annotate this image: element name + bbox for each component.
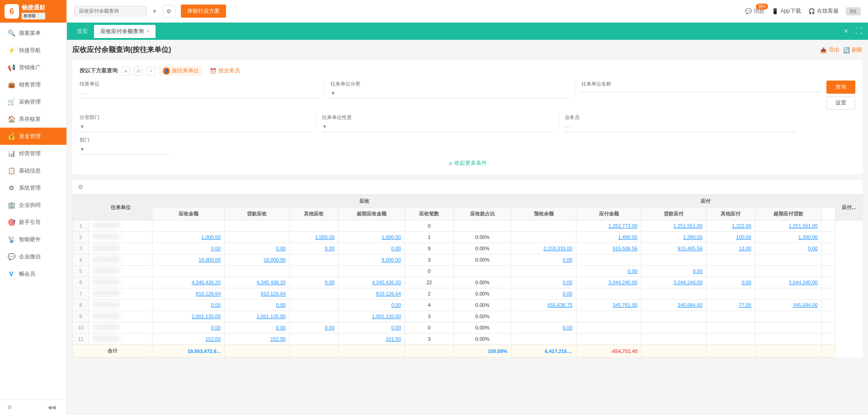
cell-receivable-count[interactable]: 0 [405, 220, 453, 232]
cell-overdue-receivable[interactable]: 1,001,135.00 [338, 311, 405, 322]
settings-button[interactable]: 设置 [826, 96, 855, 110]
cell-receivable-ratio[interactable]: 0.00% [453, 334, 511, 345]
refresh-button[interactable]: 🔄 刷新 [843, 46, 863, 54]
footer-payable-amount[interactable]: -654,751.40 [576, 345, 642, 358]
cell-receivable-ratio[interactable]: 0.00% [453, 243, 511, 254]
cell-other-receivable[interactable]: 1,000.00 [289, 232, 338, 243]
online-service-button[interactable]: 🎧 在线客服 [808, 7, 839, 15]
cell-receivable-ratio[interactable]: 0.00% [453, 254, 511, 266]
sidebar-item-member[interactable]: V 畅会员 [0, 265, 66, 282]
filter-add-button[interactable]: + [121, 67, 130, 76]
cell-receivable-ratio[interactable]: 0.00% [453, 232, 511, 243]
cell-receivable-ratio[interactable]: 0.00% [453, 322, 511, 334]
cell-receivable-count[interactable]: 4 [405, 300, 453, 311]
sidebar-item-system[interactable]: ⚙ 系统管理 [0, 179, 66, 196]
sidebar-settings-icon[interactable]: ⚙ [7, 404, 12, 410]
scheme-by-partner[interactable]: 👤 按往来单位 [159, 66, 203, 76]
query-button[interactable]: 查询 [826, 81, 855, 94]
cell-other-payable[interactable]: 100.00 [706, 232, 755, 243]
scheme-by-salesperson[interactable]: ⏰ 按业务员 [206, 66, 244, 76]
cell-loan-payable[interactable]: 1,251,551.00 [642, 220, 707, 232]
collapse-more-button[interactable]: ∧ 收起更多条件 [445, 157, 491, 169]
cell-loan-receivable[interactable]: 0.00 [225, 322, 290, 334]
cell-receivable-amount[interactable]: 0.00 [152, 322, 225, 334]
cell-prepay-balance[interactable]: 655,636.75 [511, 300, 576, 311]
cell-overdue-payable[interactable]: 1,390.00 [755, 232, 821, 243]
cell-prepay-balance[interactable]: 2,153,333.00 [511, 243, 576, 254]
salesperson-input[interactable]: ··· [565, 122, 796, 132]
topbar-settings-button[interactable]: ⚙ [163, 5, 175, 18]
topbar-chevron-icon[interactable]: ▼ [152, 8, 157, 14]
user-profile[interactable]: Rit [846, 7, 861, 15]
sidebar-item-wechat[interactable]: 💬 企业微信 [0, 248, 66, 265]
tab-close-icon[interactable]: × [146, 29, 149, 34]
cell-loan-receivable[interactable]: 152.00 [225, 334, 290, 345]
cell-loan-receivable[interactable]: 810,126.64 [225, 288, 290, 300]
cell-loan-receivable[interactable]: 0.00 [225, 300, 290, 311]
cell-prepay-balance[interactable]: 0.00 [511, 254, 576, 266]
cell-other-payable[interactable]: 0.00 [706, 277, 755, 288]
sidebar-item-search-menu[interactable]: 🔍 搜索菜单 [0, 24, 66, 42]
cell-overdue-receivable[interactable]: 1,000.00 [338, 232, 405, 243]
cell-overdue-receivable[interactable]: 810,126.64 [338, 288, 405, 300]
cell-receivable-count[interactable]: 0 [405, 266, 453, 277]
footer-prepay-balance[interactable]: 6,417,215.... [511, 345, 576, 358]
cell-receivable-amount[interactable]: 810,126.64 [152, 288, 225, 300]
cell-loan-payable[interactable]: 3,044,240.00 [642, 277, 707, 288]
cell-payable-amount[interactable]: 1,252,773.00 [576, 220, 642, 232]
tab-expand-button[interactable]: ⛶ [854, 26, 864, 36]
sidebar-item-operations[interactable]: 📊 经营管理 [0, 145, 66, 162]
cell-overdue-payable[interactable]: 3,044,240.00 [755, 277, 821, 288]
cell-overdue-receivable[interactable]: 4,345,436.20 [338, 277, 405, 288]
cell-overdue-receivable[interactable]: 101.00 [338, 334, 405, 345]
cell-prepay-balance[interactable]: 0.00 [511, 277, 576, 288]
cell-receivable-amount[interactable]: 0.00 [152, 300, 225, 311]
sidebar-item-quick-nav[interactable]: ⚡ 快捷导航 [0, 42, 66, 59]
sidebar-item-sales[interactable]: 👜 销售管理 [0, 76, 66, 93]
cell-other-payable[interactable]: 13.00 [706, 243, 755, 254]
partner-nature-input[interactable]: ▼ [322, 122, 553, 132]
cell-loan-payable[interactable]: 1,390.00 [642, 232, 707, 243]
partner-name-input[interactable] [581, 88, 821, 92]
cell-receivable-count[interactable]: 3 [405, 254, 453, 266]
message-button[interactable]: 💬 消息 99+ [745, 7, 764, 15]
sidebar-item-marketing[interactable]: 📢 营销推广 [0, 59, 66, 76]
sidebar-item-smart-hw[interactable]: 📡 智能硬件 [0, 231, 66, 248]
cell-receivable-count[interactable]: 2 [405, 288, 453, 300]
cell-payable-amount[interactable]: 0.00 [576, 266, 642, 277]
cell-overdue-receivable[interactable]: 0.00 [338, 243, 405, 254]
cell-overdue-receivable[interactable]: 9,000.00 [338, 254, 405, 266]
cell-loan-receivable[interactable]: 4,345,436.20 [225, 277, 290, 288]
cell-receivable-ratio[interactable]: 0.00% [453, 311, 511, 322]
cell-loan-receivable[interactable]: 1,001,135.00 [225, 311, 290, 322]
sidebar-item-enterprise[interactable]: 🏢 企业协同 [0, 196, 66, 214]
cell-receivable-ratio[interactable]: 0.00% [453, 300, 511, 311]
cell-other-receivable[interactable]: 0.00 [289, 277, 338, 288]
cell-receivable-amount[interactable]: 0.00 [152, 243, 225, 254]
dept-input[interactable]: ▼ [80, 144, 170, 155]
cell-loan-receivable[interactable]: 0.00 [225, 243, 290, 254]
cell-receivable-count[interactable]: 1 [405, 232, 453, 243]
cell-overdue-payable[interactable]: 0.00 [755, 243, 821, 254]
cell-overdue-receivable[interactable]: 0.00 [338, 322, 405, 334]
cell-payable-amount[interactable]: 3,044,240.00 [576, 277, 642, 288]
tab-home[interactable]: 首页 [71, 25, 94, 38]
cell-receivable-amount[interactable]: 1,000.00 [152, 232, 225, 243]
cell-receivable-ratio[interactable]: 0.00% [453, 288, 511, 300]
partner-category-input[interactable]: ▼ [330, 88, 570, 99]
footer-receivable-amount[interactable]: 19,553,472,6... [152, 345, 225, 358]
cell-other-receivable[interactable]: 0.00 [289, 243, 338, 254]
export-button[interactable]: 📤 导出 [820, 46, 840, 54]
sidebar-item-basic-info[interactable]: 📋 基础信息 [0, 162, 66, 179]
cell-other-payable[interactable]: 1,222.00 [706, 220, 755, 232]
dept-manager-input[interactable]: ▼ [80, 122, 311, 132]
cell-receivable-amount[interactable]: 4,345,436.20 [152, 277, 225, 288]
cell-receivable-amount[interactable]: 18,000.00 [152, 254, 225, 266]
settlement-unit-input[interactable]: ··· [80, 88, 319, 99]
filter-target-button[interactable]: ◎ [134, 67, 143, 76]
table-settings-icon[interactable]: ⚙ [78, 183, 84, 191]
app-download-button[interactable]: 📱 App下载 [772, 7, 801, 15]
sidebar-item-finance[interactable]: 💰 资金管理 [0, 128, 66, 145]
cell-loan-payable[interactable]: 915,495.56 [642, 243, 707, 254]
promo-button[interactable]: 体验行业方案 [181, 5, 226, 18]
